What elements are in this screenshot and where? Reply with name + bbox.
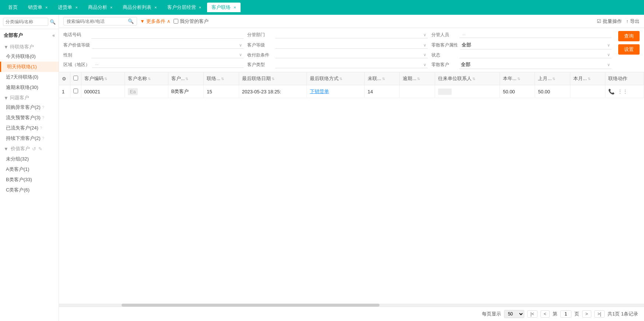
my-customers-checkbox-area[interactable]: 我分管的客户 (174, 18, 209, 25)
class-b-label: B类客户(33) (6, 176, 32, 183)
phone-input[interactable] (91, 31, 244, 39)
col-type[interactable]: 客户...⇅ (168, 72, 204, 85)
nav-purchase-order[interactable]: 进货单 × (53, 3, 82, 12)
horizontal-scrollbar[interactable] (59, 304, 644, 307)
last-page-btn[interactable]: >| (594, 310, 605, 318)
sort-overdue-icon: ⇅ (417, 77, 420, 81)
col-this-year[interactable]: 本年...⇅ (500, 72, 535, 85)
sidebar-item-class-a[interactable]: A类客户(1) (0, 164, 59, 175)
value-refresh-icon[interactable]: ↺ (32, 146, 36, 152)
status-select[interactable]: ∨ (459, 52, 612, 58)
settings-button[interactable]: 设置 (618, 44, 640, 55)
next-page-btn[interactable]: > (582, 310, 591, 318)
close-customer-seg-icon[interactable]: × (199, 5, 201, 10)
filter-form: 电话号码 分管部门 ∨ 分管人员 ··· (59, 28, 644, 72)
value-edit-icon[interactable]: ✎ (38, 146, 42, 152)
last-method-link[interactable]: 下销货单 (310, 89, 329, 94)
close-product-analysis-icon[interactable]: × (110, 5, 112, 10)
col-code[interactable]: 客户编码⇅ (81, 72, 125, 85)
retail-customer-select[interactable]: 全部 ∨ (459, 61, 612, 69)
col-name[interactable]: 客户名称⇅ (125, 72, 168, 85)
col-action[interactable]: 联络动作 (605, 72, 644, 85)
close-purchase-order-icon[interactable]: × (75, 5, 77, 10)
payment-arrow-icon: ∨ (423, 52, 426, 57)
close-sales-order-icon[interactable]: × (45, 5, 48, 10)
region-more-icon[interactable]: ··· (94, 62, 100, 67)
customer-level-field: 客户等级 ∨ (247, 42, 427, 49)
nav-product-analysis[interactable]: 商品分析 × (84, 3, 117, 12)
class-a-label: A类客户(1) (6, 166, 29, 173)
filter-row-3: 性别 ∨ 收付款条件 ∨ 状态 (63, 52, 612, 58)
customer-type-select[interactable]: ∨ (275, 62, 427, 68)
close-product-analysis-list-icon[interactable]: × (154, 5, 157, 10)
page-size-select[interactable]: 50 100 200 (504, 310, 524, 318)
data-table-container: ⚙ 客户编码⇅ 客户名称⇅ 客户...⇅ 联络...⇅ 最后联络日期⇅ 最后联络… (59, 72, 644, 304)
manager-select[interactable]: ··· (459, 32, 612, 38)
sidebar-search-input[interactable] (3, 18, 48, 26)
sidebar-item-declining[interactable]: 持续下滑客户(2) ? (0, 133, 59, 144)
col-contact[interactable]: 联络...⇅ (204, 72, 239, 85)
declining-help-icon: ? (42, 136, 44, 141)
more-action-icon[interactable]: ⋮⋮ (617, 89, 628, 94)
customer-type-field: 客户类型 ∨ (247, 62, 427, 68)
sidebar-item-class-b[interactable]: B类客户(33) (0, 175, 59, 185)
col-this-month[interactable]: 本月...⇅ (570, 72, 605, 85)
sidebar-search-icon[interactable]: 🔍 (50, 19, 56, 25)
search-icon[interactable]: 🔍 (128, 18, 134, 24)
my-customers-checkbox[interactable] (174, 19, 178, 24)
sidebar-item-overdue-contact[interactable]: 逾期未联络(30) (0, 82, 59, 93)
customer-value-select[interactable]: ∨ (92, 42, 244, 49)
td-type: B类客户 (168, 85, 204, 98)
select-all-checkbox[interactable] (73, 76, 78, 80)
sidebar-item-today-contact[interactable]: 今天待联络(0) (0, 51, 59, 62)
sidebar-item-ungrouped[interactable]: 未分组(32) (0, 154, 59, 164)
prev-page-btn[interactable]: < (540, 310, 550, 318)
gender-field: 性别 ∨ (63, 52, 244, 58)
col-overdue[interactable]: 逾期...⇅ (400, 72, 435, 85)
col-past-contact[interactable]: 往来单位联系人⇅ (435, 72, 500, 85)
page-input[interactable] (560, 310, 571, 318)
customer-level-label: 客户等级 (247, 42, 273, 48)
sidebar-item-churned[interactable]: 已流失客户(24) ? (0, 123, 59, 133)
gender-select[interactable]: ∨ (91, 52, 244, 58)
problem-section-label: 问题客户 (10, 94, 29, 101)
close-customer-contact-icon[interactable]: × (234, 5, 236, 10)
td-checkbox[interactable] (70, 85, 81, 98)
sidebar-item-churn-warning[interactable]: 流失预警客户(3) ? (0, 113, 59, 123)
query-button[interactable]: 查询 (618, 31, 640, 41)
retail-attr-select[interactable]: 全部 ∨ (460, 41, 612, 49)
more-conditions-btn[interactable]: ▼ 更多条件 ∧ (140, 18, 171, 25)
sidebar-item-repurchase-abnormal[interactable]: 回购异常客户(2) ? (0, 102, 59, 113)
customer-level-select[interactable]: ∨ (275, 42, 427, 49)
col-last-method[interactable]: 最后联络方式⇅ (307, 72, 364, 85)
scrollbar-thumb[interactable] (122, 304, 379, 307)
filter-bar: 🔍 ▼ 更多条件 ∧ 我分管的客户 ☑ 批量操作 ↑ 导出 (59, 15, 644, 28)
col-last-date[interactable]: 最后联络日期⇅ (239, 72, 307, 85)
retail-attr-field: 零散客户属性 全部 ∨ (431, 41, 612, 49)
search-input[interactable] (67, 19, 128, 24)
batch-op-btn[interactable]: ☑ 批量操作 (597, 18, 622, 25)
nav-sales-order[interactable]: 销货单 × (24, 3, 52, 12)
nav-customer-segmentation[interactable]: 客户分层经营 × (163, 3, 206, 12)
payment-select[interactable]: ∨ (275, 52, 427, 58)
nav-home[interactable]: 首页 (4, 3, 22, 12)
nav-customer-contact[interactable]: 客户联络 × (207, 3, 240, 12)
page-label-2: 页 (574, 311, 579, 317)
col-settings[interactable]: ⚙ (59, 72, 70, 85)
sort-year-icon: ⇅ (517, 77, 520, 81)
phone-action-icon[interactable]: 📞 (608, 89, 615, 94)
dept-select[interactable]: ∨ (275, 32, 427, 38)
col-last-month[interactable]: 上月...⇅ (535, 72, 570, 85)
col-checkbox[interactable] (70, 72, 81, 85)
export-btn[interactable]: ↑ 导出 (626, 18, 640, 25)
region-select[interactable]: ··· (92, 62, 244, 68)
repurchase-help-icon: ? (42, 105, 44, 110)
col-not-contacted[interactable]: 未联...⇅ (364, 72, 399, 85)
sidebar-item-class-c[interactable]: C类客户(6) (0, 185, 59, 195)
sidebar-item-tomorrow-contact[interactable]: 明天待联络(1) (0, 62, 59, 72)
nav-product-analysis-list[interactable]: 商品分析列表 × (118, 3, 161, 12)
first-page-btn[interactable]: |< (527, 310, 538, 318)
manager-more-icon[interactable]: ··· (461, 32, 467, 37)
sidebar-all-customers[interactable]: 全部客户 « (0, 29, 59, 42)
sidebar-item-week-contact[interactable]: 近7天待联络(0) (0, 72, 59, 82)
